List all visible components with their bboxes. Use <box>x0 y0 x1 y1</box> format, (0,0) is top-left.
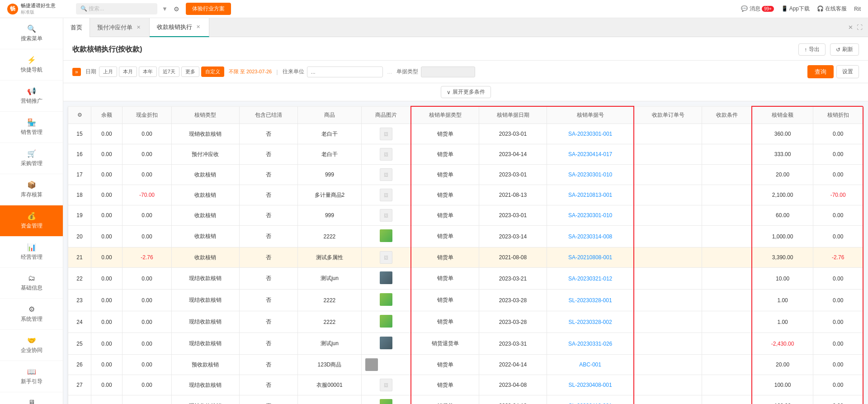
include-settled: 否 <box>239 247 297 268</box>
goods-image-cell: 🖼 <box>361 124 411 144</box>
verify-type: 现结收款核销 <box>172 395 240 404</box>
voucher-link[interactable]: SA-20230314-008 <box>568 233 612 240</box>
tab-close-window[interactable]: ✕ <box>848 24 853 31</box>
tab-expand-window[interactable]: ⛶ <box>857 24 863 31</box>
tab-prepay-close[interactable]: ✕ <box>135 24 142 31</box>
voucher-link[interactable]: SA-20230331-026 <box>568 341 612 347</box>
row-no: 18 <box>68 185 91 205</box>
settings-icon[interactable]: ⚙ <box>172 5 181 14</box>
logo-sub: 标准版 <box>21 9 56 15</box>
table-row: 160.000.00预付冲应收否老白干🖼销货单2023-04-14SA-2023… <box>68 144 863 165</box>
sidebar-item-label: 营销推广 <box>21 97 42 105</box>
verify-type: 收款核销 <box>172 165 240 185</box>
col-settings[interactable]: ⚙ <box>68 106 91 124</box>
sidebar-item-hardware[interactable]: 🖥 智能硬件 <box>0 392 63 404</box>
sidebar-item-purchase[interactable]: 🛒 采购管理 <box>0 143 63 174</box>
trading-unit-input[interactable] <box>307 67 383 77</box>
balance: 0.00 <box>91 247 123 268</box>
settings-button[interactable]: 设置 <box>836 65 859 78</box>
notifications-badge: 99+ <box>762 6 774 12</box>
verify-amount: 1.00 <box>752 290 813 311</box>
notifications-label: 消息 <box>750 5 760 12</box>
cash-discount: -2.76 <box>122 247 171 268</box>
operation-icon: 📊 <box>27 243 36 252</box>
app-download[interactable]: 📱 App下载 <box>781 5 810 13</box>
filter-expand-row: ∨ 展开更多条件 <box>63 83 868 101</box>
date-7days[interactable]: 近7天 <box>159 67 179 77</box>
table-container: ⚙ 余额 现金折扣 核销类型 包含已结清 商品 商品图片 核销单据类型 核销单据… <box>68 106 863 404</box>
date-custom[interactable]: 自定义 <box>201 67 224 77</box>
goods-image-cell <box>361 290 411 311</box>
verify-discount: 0.00 <box>813 268 863 290</box>
verify-type: 现结收款核销 <box>172 290 240 311</box>
verify-amount: 333.00 <box>752 144 813 165</box>
date-label: 日期 <box>85 68 96 76</box>
voucher-link[interactable]: SA-20230301-001 <box>568 131 612 137</box>
query-button[interactable]: 查询 <box>807 65 834 78</box>
sidebar-item-label: 库存核算 <box>21 191 42 199</box>
date-more[interactable]: 更多 <box>181 67 199 77</box>
tab-prepay-label: 预付冲应付单 <box>97 24 132 32</box>
dropdown-arrow[interactable]: ▼ <box>162 5 168 12</box>
voucher-link[interactable]: SA-20230301-010 <box>568 212 612 219</box>
col-receipt-order-no: 收款单订单号 <box>634 106 702 124</box>
online-service[interactable]: 🎧 在线客服 <box>817 5 847 13</box>
receipt-order-no <box>634 144 702 165</box>
voucher-link[interactable]: ABC-001 <box>579 361 601 368</box>
verify-discount: 0.00 <box>813 333 863 355</box>
cash-discount: 0.00 <box>122 375 171 395</box>
sidebar-item-system[interactable]: ⚙ 系统管理 <box>0 299 63 330</box>
user-name[interactable]: Rit <box>854 6 861 12</box>
include-settled: 否 <box>239 185 297 205</box>
row-no: 17 <box>68 165 91 185</box>
sidebar-item-quick-nav[interactable]: ⚡ 快捷导航 <box>0 49 63 81</box>
purchase-icon: 🛒 <box>27 149 36 158</box>
receipt-order-no <box>634 165 702 185</box>
sidebar-item-sales[interactable]: 🏪 销售管理 <box>0 112 63 143</box>
sidebar-item-finance[interactable]: 💰 资金管理 <box>0 205 63 237</box>
voucher-link[interactable]: SL-20230408-001 <box>569 382 612 388</box>
sidebar-item-marketing[interactable]: 📢 营销推广 <box>0 81 63 112</box>
row-no: 26 <box>68 355 91 375</box>
tab-prepay[interactable]: 预付冲应付单 ✕ <box>90 18 150 37</box>
sidebar-item-enterprise[interactable]: 🤝 企业协同 <box>0 330 63 361</box>
verify-amount: 360.00 <box>752 124 813 144</box>
voucher-link[interactable]: SA-20230301-010 <box>568 171 612 178</box>
sidebar-item-inventory[interactable]: 📦 库存核算 <box>0 174 63 205</box>
goods-image: 🖼 <box>380 251 392 264</box>
notifications[interactable]: 💬 消息 99+ <box>741 5 774 13</box>
verify-discount: 0.00 <box>813 124 863 144</box>
goods-image-cell: 🖼 <box>361 165 411 185</box>
sidebar-item-operation[interactable]: 📊 经营管理 <box>0 237 63 268</box>
verify-voucher-date: 2021-08-13 <box>479 185 547 205</box>
solution-btn[interactable]: 体验行业方案 <box>186 3 231 15</box>
export-button[interactable]: ↑ 导出 <box>798 43 826 56</box>
voucher-link[interactable]: SL-20230328-002 <box>569 319 612 325</box>
tab-receipt-verify[interactable]: 收款核销执行 ✕ <box>150 18 209 37</box>
cash-discount: 0.00 <box>122 355 171 375</box>
verify-discount: 0.00 <box>813 355 863 375</box>
voucher-link[interactable]: SA-20210813-001 <box>568 192 612 198</box>
verify-voucher-type: 销货单 <box>411 355 479 375</box>
sidebar-item-search-menu[interactable]: 🔍 搜索菜单 <box>0 18 63 49</box>
page-content: 收款核销执行(按收款) ↑ 导出 ↺ 刷新 » 日期 <box>63 37 868 404</box>
sidebar-item-guide[interactable]: 📖 新手引导 <box>0 361 63 392</box>
voucher-link[interactable]: SL-20230328-001 <box>569 297 612 304</box>
voucher-link[interactable]: SA-20210808-001 <box>568 254 612 261</box>
col-cash-discount: 现金折扣 <box>122 106 171 124</box>
voucher-link[interactable]: SA-20230321-012 <box>568 276 612 282</box>
date-last-month[interactable]: 上月 <box>99 67 117 77</box>
table-row: 230.000.00现结收款核销否2222销货单2023-03-28SL-202… <box>68 290 863 311</box>
voucher-link[interactable]: SA-20230414-017 <box>568 151 612 157</box>
cash-discount: 0.00 <box>122 395 171 404</box>
refresh-button[interactable]: ↺ 刷新 <box>830 43 859 56</box>
voucher-type-select[interactable]: 销货单 销货退货单 <box>421 67 475 77</box>
expand-more-btn[interactable]: ∨ 展开更多条件 <box>441 86 491 98</box>
filter-collapse-btn[interactable]: » <box>72 68 81 76</box>
tab-home[interactable]: 首页 <box>63 18 90 37</box>
date-this-year[interactable]: 本年 <box>139 67 157 77</box>
sidebar-item-basic[interactable]: 🗂 基础信息 <box>0 268 63 299</box>
date-this-month[interactable]: 本月 <box>119 67 137 77</box>
tab-receipt-verify-close[interactable]: ✕ <box>195 24 202 30</box>
sidebar-item-label: 系统管理 <box>21 315 42 323</box>
